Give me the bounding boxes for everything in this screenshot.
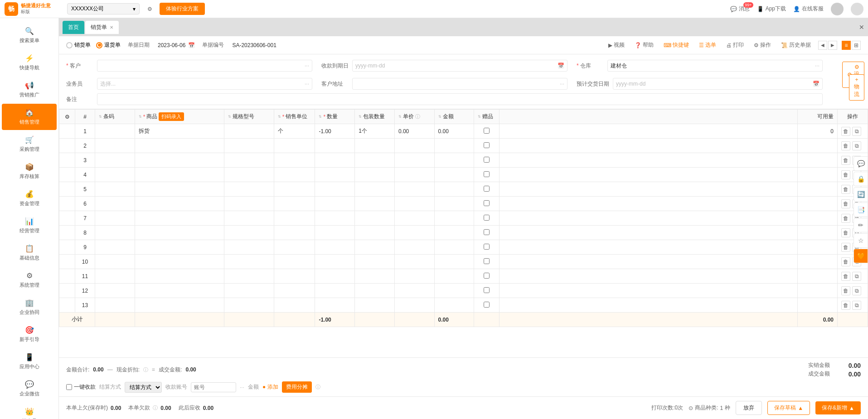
user-avatar-2[interactable] <box>851 3 863 15</box>
row-delete-icon[interactable]: 🗑 <box>841 214 850 223</box>
row-qty[interactable] <box>315 153 355 168</box>
row-gift[interactable] <box>474 240 499 255</box>
row-delete-icon[interactable]: 🗑 <box>841 243 850 252</box>
row-pack-qty[interactable] <box>355 269 395 284</box>
sort-spec-icon[interactable]: ⇅ <box>228 115 231 119</box>
save-draft-button[interactable]: 保存草稿 ▲ <box>767 401 810 415</box>
row-spec[interactable] <box>224 139 274 153</box>
row-unit[interactable] <box>274 139 315 153</box>
row-barcode[interactable] <box>95 182 135 197</box>
sort-pack-icon[interactable]: ⇅ <box>359 115 362 119</box>
app-download-button[interactable]: 📱 App下载 <box>757 5 786 13</box>
row-amount[interactable] <box>434 139 474 153</box>
row-spec[interactable] <box>224 168 274 182</box>
row-spec[interactable] <box>224 124 274 139</box>
row-price[interactable]: 0.00 <box>394 124 434 139</box>
video-btn[interactable]: ▶ 视频 <box>606 40 627 50</box>
row-delete-icon[interactable]: 🗑 <box>841 141 850 150</box>
row-price[interactable] <box>394 182 434 197</box>
add-link[interactable]: ● 添加 <box>262 383 278 391</box>
side-float-orange[interactable]: 🧡 <box>853 249 868 263</box>
row-amount[interactable] <box>434 255 474 269</box>
settings-icon[interactable]: ⚙ <box>143 3 156 15</box>
operation-btn[interactable]: ⚙ 操作 <box>751 40 774 50</box>
row-copy-icon[interactable]: ⧉ <box>852 141 861 150</box>
row-pack-qty[interactable] <box>355 298 395 313</box>
side-float-refresh[interactable]: 🔄 <box>853 187 868 202</box>
row-unit[interactable] <box>274 226 315 240</box>
row-spec[interactable] <box>224 211 274 226</box>
side-float-bookmark[interactable]: 📑 <box>853 202 868 217</box>
row-unit[interactable] <box>274 255 315 269</box>
row-qty[interactable] <box>315 182 355 197</box>
row-spec[interactable] <box>224 153 274 168</box>
row-qty[interactable] <box>315 139 355 153</box>
row-barcode[interactable] <box>95 298 135 313</box>
payment-help-icon[interactable]: ⓘ <box>315 384 320 390</box>
row-delete-icon[interactable]: 🗑 <box>841 185 850 194</box>
gift-checkbox[interactable] <box>484 142 490 148</box>
row-unit[interactable] <box>274 153 315 168</box>
gift-checkbox[interactable] <box>484 244 490 250</box>
view-grid-icon[interactable]: ⊞ <box>852 41 861 50</box>
row-pack-qty[interactable] <box>355 168 395 182</box>
gift-checkbox[interactable] <box>484 258 490 264</box>
sidebar-item-guide[interactable]: 🎯 新手引导 <box>2 321 57 347</box>
gift-checkbox[interactable] <box>484 229 490 235</box>
radio-sales[interactable]: 销货单 <box>66 41 91 49</box>
row-spec[interactable] <box>224 226 274 240</box>
row-barcode[interactable] <box>95 124 135 139</box>
row-delete-icon[interactable]: 🗑 <box>841 170 850 179</box>
print-btn[interactable]: 🖨 打印 <box>723 40 747 50</box>
row-barcode[interactable] <box>95 240 135 255</box>
row-price[interactable] <box>394 168 434 182</box>
row-pack-qty[interactable] <box>355 182 395 197</box>
row-pack-qty[interactable] <box>355 211 395 226</box>
row-gift[interactable] <box>474 139 499 153</box>
calendar-icon-2[interactable]: 📅 <box>558 63 564 69</box>
row-unit[interactable] <box>274 240 315 255</box>
expense-split-button[interactable]: 费用分摊 <box>282 381 312 393</box>
warehouse-input[interactable]: 建材仓 ··· <box>607 60 823 72</box>
row-price[interactable] <box>394 211 434 226</box>
calendar-icon-3[interactable]: 📅 <box>813 81 820 87</box>
sidebar-item-member[interactable]: 👑 畅会员 <box>2 403 57 419</box>
row-copy-icon[interactable]: ⧉ <box>852 272 861 281</box>
row-barcode[interactable] <box>95 168 135 182</box>
radio-return[interactable]: 退货单 <box>96 41 121 49</box>
row-spec[interactable] <box>224 298 274 313</box>
gift-checkbox[interactable] <box>484 302 490 308</box>
row-gift[interactable] <box>474 153 499 168</box>
sidebar-item-purchase[interactable]: 🛒 采购管理 <box>2 131 57 157</box>
row-amount[interactable] <box>434 153 474 168</box>
row-gift[interactable] <box>474 211 499 226</box>
row-price[interactable] <box>394 255 434 269</box>
row-product[interactable] <box>135 153 224 168</box>
side-float-chat[interactable]: 💬 <box>853 156 868 171</box>
select-btn[interactable]: ☰ 选单 <box>696 40 719 50</box>
sidebar-item-app-center[interactable]: 📱 应用中心 <box>2 348 57 375</box>
sort-price-icon[interactable]: ⇅ <box>398 115 402 119</box>
row-pack-qty[interactable] <box>355 255 395 269</box>
row-copy-icon[interactable]: ⧉ <box>852 301 861 310</box>
notes-input[interactable] <box>97 93 823 105</box>
row-product[interactable] <box>135 197 224 211</box>
row-delete-icon[interactable]: 🗑 <box>841 156 850 165</box>
sidebar-item-enterprise[interactable]: 🏢 企业协同 <box>2 294 57 320</box>
sidebar-item-finance[interactable]: 💰 资金管理 <box>2 185 57 212</box>
row-product[interactable] <box>135 211 224 226</box>
customer-input[interactable]: ··· <box>97 60 312 72</box>
row-unit[interactable] <box>274 298 315 313</box>
row-barcode[interactable] <box>95 153 135 168</box>
sidebar-item-quick-nav[interactable]: ⚡ 快捷导航 <box>2 49 57 76</box>
row-gift[interactable] <box>474 124 499 139</box>
sort-amount-icon[interactable]: ⇅ <box>438 115 441 119</box>
sort-qty-icon[interactable]: ⇅ <box>319 115 322 119</box>
gift-checkbox[interactable] <box>484 171 490 177</box>
row-delete-icon[interactable]: 🗑 <box>841 301 850 310</box>
row-price[interactable] <box>394 153 434 168</box>
salesperson-input[interactable]: 选择... ··· <box>97 78 312 90</box>
company-selector[interactable]: XXXXXX公司 ▾ <box>67 3 140 14</box>
experience-button[interactable]: 体验行业方案 <box>160 3 205 15</box>
row-price[interactable] <box>394 240 434 255</box>
